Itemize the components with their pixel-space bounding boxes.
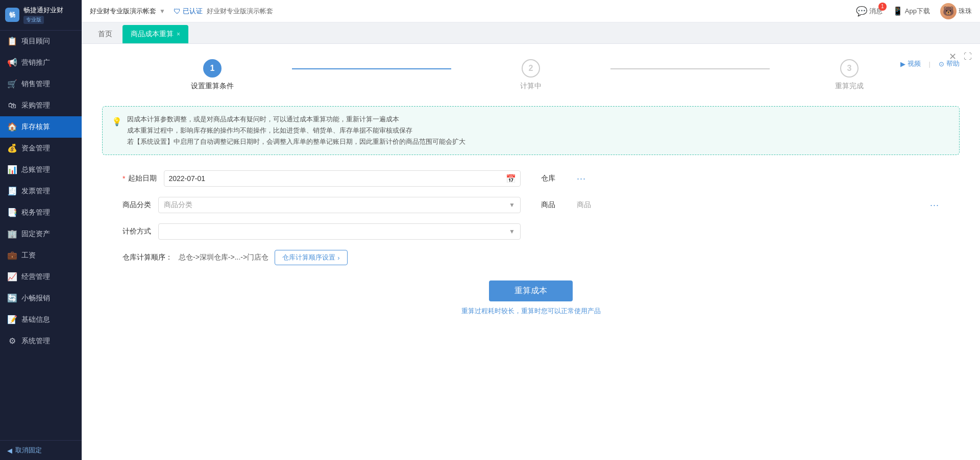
form-row-3: 计价方式 ▼	[122, 223, 939, 240]
invoice-icon: 🧾	[7, 186, 17, 196]
start-date-input[interactable]	[168, 171, 506, 186]
step-label-3: 重算完成	[835, 82, 864, 91]
sidebar-item-expense[interactable]: 🔄 小畅报销	[0, 288, 82, 309]
sidebar-label-payroll: 工资	[21, 251, 36, 260]
sidebar-label-sales: 销售管理	[21, 80, 50, 89]
topbar-actions: 💬 消息 1 📱 App下载 🐻 珠珠	[856, 3, 972, 19]
step-circle-1: 1	[203, 59, 222, 78]
sidebar-item-finance[interactable]: 💰 资金管理	[0, 138, 82, 159]
sidebar-label-marketing: 营销推广	[21, 58, 50, 67]
pricing-dropdown-icon: ▼	[509, 228, 515, 235]
warehouse-order-value: 总仓->深圳仓库->...->门店仓	[179, 253, 268, 262]
logo-icon: 畅	[5, 8, 19, 22]
user-profile[interactable]: 🐻 珠珠	[940, 3, 972, 19]
tab-cost-recalc[interactable]: 商品成本重算 ×	[122, 25, 188, 43]
category-placeholder: 商品分类	[164, 200, 192, 210]
mobile-icon: 📱	[893, 6, 903, 16]
sidebar-label-management: 经营管理	[21, 272, 50, 282]
page-container: ✕ ⛶ ▶ 视频 | ⊙ 帮助 1	[82, 44, 980, 460]
expand-window-icon[interactable]: ⛶	[964, 52, 972, 61]
sidebar-label-inventory: 库存核算	[21, 122, 50, 132]
warehouse-select-btn[interactable]: ···	[577, 173, 586, 184]
expense-icon: 🔄	[7, 293, 17, 303]
sidebar-label-system: 系统管理	[21, 337, 50, 346]
category-select[interactable]: 商品分类 ▼	[158, 197, 521, 213]
step-label-1: 设置重算条件	[191, 82, 234, 91]
management-icon: 📈	[7, 272, 17, 282]
tab-close-icon[interactable]: ×	[177, 31, 180, 38]
sidebar-item-marketing[interactable]: 📢 营销推广	[0, 52, 82, 73]
warehouse-order-btn-label: 仓库计算顺序设置	[282, 253, 335, 262]
sidebar-nav: 📋 项目顾问 📢 营销推广 🛒 销售管理 🛍 采购管理 🏠 库存核算 💰 资金管…	[0, 31, 82, 440]
message-button[interactable]: 💬 消息 1	[856, 6, 883, 17]
step-circle-2: 2	[522, 59, 540, 78]
step-number-1: 1	[210, 64, 215, 73]
calendar-icon[interactable]: 📅	[506, 174, 516, 184]
warehouse-order-settings-btn[interactable]: 仓库计算顺序设置 ›	[275, 250, 347, 265]
verified-label: 已认证	[183, 7, 203, 16]
start-date-field: * 起始日期 📅	[122, 170, 521, 187]
sidebar-item-system[interactable]: ⚙ 系统管理	[0, 330, 82, 352]
tab-cost-recalc-label: 商品成本重算	[131, 30, 174, 39]
sidebar-item-sales[interactable]: 🛒 销售管理	[0, 73, 82, 95]
step-1: 1 设置重算条件	[133, 59, 292, 91]
tax-icon: 📑	[7, 208, 17, 218]
product-field: 商品 商品 ···	[541, 200, 939, 211]
recalc-button[interactable]: 重算成本	[489, 280, 573, 301]
stepper: 1 设置重算条件 2 计算中 3 重算完成	[102, 59, 960, 91]
logo-text-block: 畅捷通好业财 专业版	[23, 6, 63, 24]
sales-icon: 🛒	[7, 79, 17, 89]
pricing-select[interactable]: ▼	[158, 223, 521, 240]
account-dropdown-icon: ▼	[159, 8, 165, 15]
sidebar-label-tax: 税务管理	[21, 208, 50, 217]
unpin-button[interactable]: ◀ 取消固定	[0, 440, 82, 460]
main-area: 好业财专业版演示帐套 ▼ 🛡 已认证 好业财专业版演示帐套 💬 消息 1 📱 A…	[82, 0, 980, 460]
start-date-input-wrapper: 📅	[164, 170, 521, 187]
category-dropdown-icon: ▼	[509, 201, 515, 209]
sidebar-item-purchase[interactable]: 🛍 采购管理	[0, 95, 82, 116]
app-download-button[interactable]: 📱 App下载	[893, 6, 930, 16]
message-icon: 💬	[856, 6, 867, 17]
product-label: 商品	[541, 200, 572, 210]
sidebar-item-project[interactable]: 📋 项目顾问	[0, 31, 82, 52]
info-line-1: 因成本计算参数调整，或是对商品成本有疑问时，可以通过成本重算功能，重新计算一遍成…	[127, 114, 465, 125]
sidebar-label-assets: 固定资产	[21, 229, 50, 239]
sidebar-item-basic[interactable]: 📝 基础信息	[0, 309, 82, 330]
step-number-3: 3	[847, 64, 852, 73]
start-date-label-group: * 起始日期	[122, 174, 159, 183]
sidebar-item-payroll[interactable]: 💼 工资	[0, 245, 82, 266]
form-row-2: 商品分类 商品分类 ▼ 商品 商品 ···	[122, 197, 939, 213]
sidebar-label-basic: 基础信息	[21, 315, 50, 324]
accounting-icon: 📊	[7, 165, 17, 175]
unpin-icon: ◀	[7, 447, 12, 454]
payroll-icon: 💼	[7, 250, 17, 261]
system-icon: ⚙	[7, 336, 17, 346]
required-star: *	[122, 174, 125, 183]
start-date-label: 起始日期	[128, 174, 159, 183]
category-label: 商品分类	[122, 200, 153, 210]
sidebar-item-inventory[interactable]: 🏠 库存核算	[0, 116, 82, 138]
company-name: 好业财专业版演示帐套	[207, 7, 273, 16]
form-section: * 起始日期 📅 仓库 ···	[102, 170, 960, 316]
sidebar-item-tax[interactable]: 📑 税务管理	[0, 202, 82, 223]
sidebar-label-expense: 小畅报销	[21, 294, 50, 303]
info-box: 💡 因成本计算参数调整，或是对商品成本有疑问时，可以通过成本重算功能，重新计算一…	[102, 106, 960, 155]
project-icon: 📋	[7, 36, 17, 46]
sidebar-label-project: 项目顾问	[21, 37, 50, 46]
sidebar-item-accounting[interactable]: 📊 总账管理	[0, 159, 82, 181]
recalc-hint: 重算过程耗时较长，重算时您可以正常使用产品	[461, 306, 601, 316]
info-text: 因成本计算参数调整，或是对商品成本有疑问时，可以通过成本重算功能，重新计算一遍成…	[127, 114, 465, 147]
sidebar-label-purchase: 采购管理	[21, 101, 50, 110]
sidebar-item-management[interactable]: 📈 经营管理	[0, 266, 82, 288]
purchase-icon: 🛍	[7, 100, 17, 111]
form-row-1: * 起始日期 📅 仓库 ···	[122, 170, 939, 187]
step-line-2	[610, 68, 770, 69]
chevron-right-icon: ›	[337, 254, 339, 262]
sidebar-item-invoice[interactable]: 🧾 发票管理	[0, 181, 82, 202]
pricing-field: 计价方式 ▼	[122, 223, 521, 240]
topbar: 好业财专业版演示帐套 ▼ 🛡 已认证 好业财专业版演示帐套 💬 消息 1 📱 A…	[82, 0, 980, 22]
tab-home[interactable]: 首页	[90, 25, 120, 43]
product-select-btn[interactable]: ···	[930, 200, 939, 211]
sidebar-item-assets[interactable]: 🏢 固定资产	[0, 223, 82, 245]
account-selector[interactable]: 好业财专业版演示帐套 ▼	[90, 7, 165, 16]
